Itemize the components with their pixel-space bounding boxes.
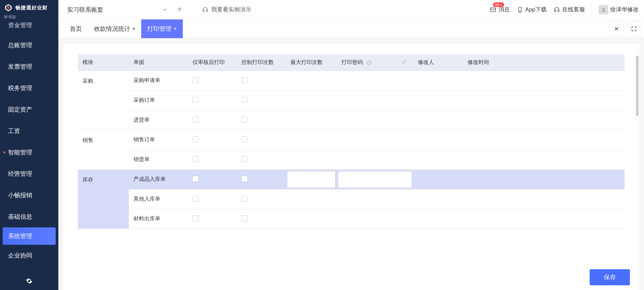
svg-point-5 xyxy=(602,8,604,10)
mobile-icon xyxy=(517,6,523,13)
tab-close-icon[interactable]: × xyxy=(132,26,135,32)
modifier-cell xyxy=(413,90,463,110)
doc-cell: 销货单 xyxy=(129,150,188,169)
svg-point-0 xyxy=(7,7,10,9)
nav-item[interactable]: 经营管理 xyxy=(0,163,58,185)
settings-button[interactable] xyxy=(0,273,58,290)
checkbox[interactable] xyxy=(241,97,248,103)
checkbox[interactable] xyxy=(241,117,248,123)
table-row[interactable]: 销售销售订单 xyxy=(78,130,625,150)
modify-time-cell xyxy=(463,130,625,150)
checkbox[interactable] xyxy=(193,156,199,162)
nav-item[interactable]: 税务管理 xyxy=(0,77,58,99)
table-row[interactable]: 采购订单 xyxy=(78,90,625,110)
expand-icon xyxy=(631,26,637,32)
app-download-button[interactable]: App下载 xyxy=(517,6,547,13)
ctrl-count-cell xyxy=(237,110,286,130)
nav-item[interactable]: 总账管理 xyxy=(0,34,58,56)
ctrl-count-cell xyxy=(237,130,286,150)
table-container: 模块 单据 仅审核后打印 控制打印次数 最大打印次数 打印密码 ? xyxy=(63,44,639,265)
main-area: 实习联系账套 我要看实例演示 99 + 消息 App下载 xyxy=(58,0,644,290)
checkbox[interactable] xyxy=(241,136,248,142)
table-row[interactable]: 销货单 xyxy=(78,150,625,169)
checkbox[interactable] xyxy=(241,156,248,162)
table-row[interactable]: 进货单 xyxy=(78,110,625,130)
max-count-input[interactable] xyxy=(287,171,335,188)
gear-icon xyxy=(26,278,33,284)
checkbox[interactable] xyxy=(193,215,199,221)
print-pwd-input[interactable] xyxy=(338,171,412,188)
modify-time-cell xyxy=(463,71,625,91)
online-service-button[interactable]: 在线客服 xyxy=(553,6,585,13)
max-count-cell xyxy=(286,71,337,91)
modify-time-cell xyxy=(463,110,625,130)
scrollbar[interactable] xyxy=(636,56,639,116)
doc-cell: 产成品入库单 xyxy=(129,169,188,189)
doc-cell: 采购订单 xyxy=(129,90,188,110)
nav-item[interactable]: 小畅报销 xyxy=(0,185,58,206)
checkbox[interactable] xyxy=(193,77,199,83)
modifier-cell xyxy=(413,150,463,169)
checkbox[interactable] xyxy=(193,136,199,142)
nav-item[interactable]: 发票管理 xyxy=(0,56,58,77)
print-settings-table: 模块 单据 仅审核后打印 控制打印次数 最大打印次数 打印密码 ? xyxy=(78,54,625,229)
table-row[interactable]: 库存产成品入库单 xyxy=(78,169,625,189)
account-settings-button[interactable] xyxy=(175,4,184,15)
svg-text:?: ? xyxy=(368,61,370,64)
checkbox[interactable] xyxy=(241,196,248,202)
nav-item[interactable]: 固定资产 xyxy=(0,99,58,120)
col-doc: 单据 xyxy=(129,54,188,71)
edit-icon[interactable] xyxy=(402,59,407,64)
checkbox[interactable] xyxy=(193,196,199,202)
help-icon[interactable]: ? xyxy=(366,60,372,65)
max-count-cell xyxy=(286,150,337,169)
demo-link[interactable]: 我要看实例演示 xyxy=(202,6,251,13)
print-pwd-cell xyxy=(337,110,413,130)
save-button[interactable]: 保存 xyxy=(590,269,630,285)
topbar-right: 99 + 消息 App下载 在线客服 徐泽华修改 xyxy=(490,5,639,14)
checkbox[interactable] xyxy=(241,77,248,83)
audit-only-cell xyxy=(188,189,237,209)
nav-item-partial[interactable]: 资金管理 xyxy=(0,22,58,34)
headset-icon xyxy=(553,6,560,13)
close-all-tabs-button[interactable] xyxy=(609,21,624,36)
nav-item[interactable]: 系统管理 xyxy=(3,227,56,245)
col-modifier: 修改人 xyxy=(413,54,463,71)
message-icon xyxy=(490,6,496,13)
checkbox[interactable] xyxy=(193,97,199,103)
audit-only-cell xyxy=(188,150,237,169)
fullscreen-button[interactable] xyxy=(627,21,641,36)
ctrl-count-cell xyxy=(237,90,286,110)
modifier-cell xyxy=(413,71,463,91)
nav-item[interactable]: 工资 xyxy=(0,120,58,142)
checkbox[interactable] xyxy=(241,176,248,182)
gear-icon xyxy=(176,6,183,12)
edition-label: 标准版 xyxy=(0,14,58,22)
checkbox[interactable] xyxy=(193,117,199,123)
tab[interactable]: 打印管理× xyxy=(141,19,182,38)
module-cell: 采购 xyxy=(78,71,129,130)
brand-logo: 畅捷通好业财 xyxy=(0,0,58,14)
nav-item[interactable]: 基础信息 xyxy=(0,206,58,227)
tab-label: 收款情况统计 xyxy=(94,25,130,33)
col-ctrl-count: 控制打印次数 xyxy=(237,54,286,71)
nav-item[interactable]: 智能管理 xyxy=(0,142,58,163)
tab[interactable]: 收款情况统计× xyxy=(88,19,141,38)
module-cell: 库存 xyxy=(78,169,129,229)
tab[interactable]: 首页 xyxy=(64,19,88,38)
nav-item[interactable]: 企业协同 xyxy=(0,245,58,266)
tab-close-icon[interactable]: × xyxy=(173,26,176,32)
col-audit-only: 仅审核后打印 xyxy=(188,54,237,71)
table-row[interactable]: 采购采购申请单 xyxy=(78,71,625,91)
audit-only-cell xyxy=(188,110,237,130)
messages-button[interactable]: 99 + 消息 xyxy=(490,6,510,13)
audit-only-cell xyxy=(188,71,237,91)
table-row[interactable]: 材料出库单 xyxy=(78,209,625,229)
checkbox[interactable] xyxy=(193,176,199,182)
account-selector[interactable]: 实习联系账套 xyxy=(64,4,171,16)
checkbox[interactable] xyxy=(241,215,248,221)
table-row[interactable]: 其他入库单 xyxy=(78,189,625,209)
user-menu[interactable]: 徐泽华修改 xyxy=(599,5,639,14)
tab-label: 打印管理 xyxy=(147,25,171,33)
tab-label: 首页 xyxy=(70,25,82,33)
